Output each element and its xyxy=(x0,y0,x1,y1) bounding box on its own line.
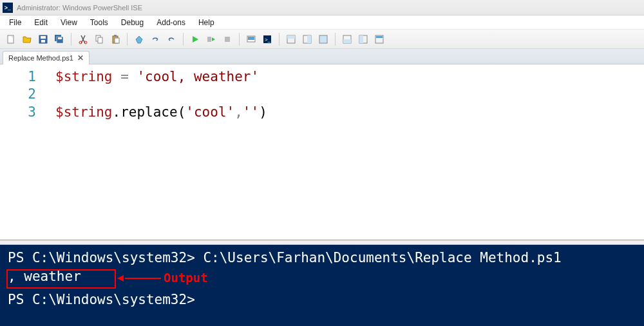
show-script-max-icon[interactable] xyxy=(316,32,330,46)
variable-token: $string xyxy=(55,104,113,120)
cut-icon[interactable] xyxy=(76,32,90,46)
show-script-icon[interactable] xyxy=(284,32,298,46)
menu-view[interactable]: View xyxy=(54,16,84,29)
undo-icon[interactable] xyxy=(148,32,162,46)
console-prompt-line: PS C:\Windows\system32> xyxy=(8,291,636,309)
separator xyxy=(183,33,184,46)
svg-text:>_: >_ xyxy=(265,37,271,43)
redo-icon[interactable] xyxy=(164,32,178,46)
run-selection-icon[interactable] xyxy=(204,32,218,46)
menu-bar: File Edit View Tools Debug Add-ons Help xyxy=(0,15,644,30)
separator xyxy=(279,33,279,46)
stop-icon[interactable] xyxy=(220,32,234,46)
close-tab-icon[interactable]: ✕ xyxy=(77,53,84,62)
method-token: .replace xyxy=(113,104,178,120)
console-pane[interactable]: PS C:\Windows\system32> C:\Users\Farhan\… xyxy=(0,245,644,326)
svg-rect-23 xyxy=(307,35,311,43)
svg-rect-6 xyxy=(58,37,62,39)
new-file-icon[interactable] xyxy=(4,32,18,46)
powershell-tab-icon[interactable]: >_ xyxy=(260,32,274,46)
command-text: C:\Users\Farhan\Documents\Replace Method… xyxy=(203,250,561,265)
run-script-icon[interactable] xyxy=(188,32,202,46)
tab-label: Replace Method.ps1 xyxy=(8,54,73,62)
paren-token: ( xyxy=(178,104,186,120)
prompt: PS C:\Windows\system32> xyxy=(8,250,203,265)
pane-splitter[interactable] xyxy=(0,240,644,245)
menu-edit[interactable]: Edit xyxy=(28,16,54,29)
show-command-icon[interactable] xyxy=(340,32,354,46)
menu-addons[interactable]: Add-ons xyxy=(150,16,192,29)
svg-rect-21 xyxy=(287,35,295,39)
toolbar: >_ xyxy=(0,30,644,49)
separator xyxy=(335,33,336,46)
show-script-right-icon[interactable] xyxy=(300,32,314,46)
show-command-addon-icon[interactable] xyxy=(356,32,370,46)
show-toolbar-icon[interactable] xyxy=(372,32,386,46)
title-bar: >_ Administrator: Windows PowerShell ISE xyxy=(0,0,644,15)
app-icon: >_ xyxy=(3,3,13,13)
line-number: 1 xyxy=(0,68,36,86)
svg-rect-14 xyxy=(207,37,211,42)
code-line-1: $string = 'cool, weather' xyxy=(55,68,644,86)
svg-rect-13 xyxy=(115,38,119,43)
variable-token: $string xyxy=(55,69,113,84)
svg-rect-12 xyxy=(114,35,117,37)
menu-help[interactable]: Help xyxy=(192,16,221,29)
svg-rect-15 xyxy=(225,37,230,42)
svg-rect-24 xyxy=(319,35,327,43)
open-file-icon[interactable] xyxy=(20,32,34,46)
paste-icon[interactable] xyxy=(108,32,122,46)
comma-token: , xyxy=(234,104,243,120)
svg-rect-28 xyxy=(359,35,363,43)
copy-icon[interactable] xyxy=(92,32,106,46)
console-line-1: PS C:\Windows\system32> C:\Users\Farhan\… xyxy=(8,249,636,267)
annotation-label: Output xyxy=(164,269,208,287)
separator xyxy=(239,33,240,46)
string-token: '' xyxy=(243,104,259,120)
separator xyxy=(127,33,128,46)
code-area[interactable]: $string = 'cool, weather' $string.replac… xyxy=(44,64,644,240)
code-line-2 xyxy=(55,86,644,103)
new-remote-icon[interactable] xyxy=(244,32,258,46)
menu-file[interactable]: File xyxy=(3,16,28,29)
svg-rect-10 xyxy=(98,37,102,43)
save-icon[interactable] xyxy=(36,32,50,46)
code-line-3: $string.replace('cool','') xyxy=(55,104,644,121)
tab-row: Replace Method.ps1 ✕ xyxy=(0,49,644,64)
svg-rect-26 xyxy=(343,39,351,43)
window-title: Administrator: Windows PowerShell ISE xyxy=(17,4,142,12)
editor-pane[interactable]: 1 2 3 $string = 'cool, weather' $string.… xyxy=(0,64,644,240)
string-token: 'cool, weather' xyxy=(137,69,259,84)
operator-token: = xyxy=(113,69,137,84)
string-token: 'cool' xyxy=(185,104,234,120)
svg-rect-30 xyxy=(376,36,383,38)
save-all-icon[interactable] xyxy=(52,32,66,46)
separator xyxy=(71,33,71,46)
svg-rect-17 xyxy=(248,37,254,40)
console-output: , weather xyxy=(8,267,636,286)
menu-debug[interactable]: Debug xyxy=(115,16,150,29)
tab-replace-method[interactable]: Replace Method.ps1 ✕ xyxy=(3,51,90,64)
svg-rect-3 xyxy=(41,40,45,43)
line-number: 2 xyxy=(0,86,36,103)
line-gutter: 1 2 3 xyxy=(0,64,44,240)
clear-icon[interactable] xyxy=(132,32,146,46)
line-number: 3 xyxy=(0,104,36,121)
paren-token: ) xyxy=(259,104,267,120)
svg-rect-2 xyxy=(41,36,46,39)
menu-tools[interactable]: Tools xyxy=(84,16,115,29)
